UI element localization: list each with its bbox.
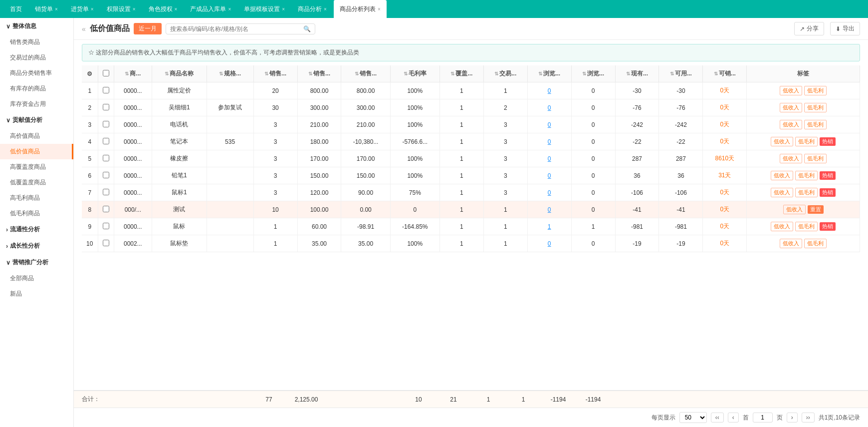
row-select-checkbox[interactable] (103, 138, 109, 144)
table-row: 40000...笔记本5353180.00-10,380...-5766.6..… (82, 133, 860, 150)
search-input[interactable] (170, 25, 301, 32)
last-page-button[interactable]: ›› (802, 413, 815, 423)
row-select-checkbox[interactable] (103, 104, 109, 110)
first-page-button[interactable]: ‹‹ (711, 413, 724, 423)
row-browse1[interactable]: 1 (527, 218, 571, 235)
checkbox-column-header[interactable] (98, 65, 114, 82)
row-browse1[interactable]: 0 (527, 150, 571, 167)
current-page-input[interactable] (753, 413, 773, 423)
row-select-checkbox[interactable] (103, 223, 109, 229)
row-sales-amt: 300.00 (297, 99, 341, 116)
close-icon[interactable]: × (324, 6, 327, 12)
sidebar-group-contribution[interactable]: ∨ 贡献值分析 (0, 112, 73, 128)
sidebar-item-high-margin[interactable]: 高毛利商品 (0, 190, 73, 206)
table-row: 20000...吴细细1参加复试30300.00300.00100%1200-7… (82, 99, 860, 116)
sidebar-item-sales-products[interactable]: 销售类商品 (0, 34, 73, 50)
transaction-column-header[interactable]: 交易... (483, 65, 527, 82)
row-select-checkbox[interactable] (103, 240, 109, 246)
export-button[interactable]: ⬇ 导出 (830, 22, 860, 35)
prev-page-button[interactable]: ‹ (728, 413, 739, 423)
sidebar-item-stock-capital[interactable]: 库存资金占用 (0, 96, 73, 112)
sidebar-collapse-button[interactable]: « (82, 25, 86, 33)
row-checkbox[interactable] (98, 201, 114, 218)
row-checkbox[interactable] (98, 133, 114, 150)
close-icon[interactable]: × (55, 6, 58, 12)
browse2-column-header[interactable]: 浏览... (571, 65, 615, 82)
row-browse1[interactable]: 0 (527, 167, 571, 184)
sidebar-group-marketing[interactable]: ∨ 营销推广分析 (0, 254, 73, 271)
sidebar-item-low-margin[interactable]: 低毛利商品 (0, 206, 73, 221)
sidebar-item-in-stock[interactable]: 有库存的商品 (0, 81, 73, 96)
nav-product-analysis-list[interactable]: 商品分析列表 × (334, 0, 387, 18)
row-checkbox[interactable] (98, 150, 114, 167)
page-size-select[interactable]: 50 100 (679, 412, 707, 423)
browse1-column-header[interactable]: 浏览... (527, 65, 571, 82)
close-icon[interactable]: × (133, 6, 136, 12)
row-select-checkbox[interactable] (103, 172, 109, 178)
spec-column-header[interactable]: 规格... (207, 65, 253, 82)
margin-rate-column-header[interactable]: 毛利率 (390, 65, 439, 82)
next-page-button[interactable]: › (787, 413, 798, 423)
nav-template[interactable]: 单据模板设置 × (238, 0, 291, 18)
code-column-header[interactable]: 商... (114, 65, 152, 82)
sidebar-item-all-products[interactable]: 全部商品 (0, 271, 73, 286)
row-browse1[interactable]: 0 (527, 235, 571, 252)
row-browse1[interactable]: 0 (527, 201, 571, 218)
sidebar-item-high-value[interactable]: 高价值商品 (0, 128, 73, 144)
available-column-header[interactable]: 可用... (659, 65, 703, 82)
nav-roles[interactable]: 角色授权 × (143, 0, 184, 18)
search-icon[interactable]: 🔍 (303, 25, 311, 32)
row-checkbox[interactable] (98, 218, 114, 235)
row-checkbox[interactable] (98, 99, 114, 116)
close-icon[interactable]: × (378, 6, 381, 12)
sellable-column-header[interactable]: 可销... (703, 65, 747, 82)
row-browse1[interactable]: 0 (527, 116, 571, 133)
nav-purchase[interactable]: 进货单 × (65, 0, 100, 18)
close-icon[interactable]: × (228, 6, 231, 12)
close-icon[interactable]: × (91, 6, 94, 12)
table-container[interactable]: ⚙ 商... 商品名称 规格... 销售... 销售... 销售... 毛利率 … (74, 65, 868, 390)
row-browse1[interactable]: 0 (527, 99, 571, 116)
select-all-checkbox[interactable] (103, 70, 109, 76)
share-button[interactable]: ↗ 分享 (794, 22, 824, 35)
close-icon[interactable]: × (282, 6, 285, 12)
sidebar-item-low-coverage[interactable]: 低覆盖度商品 (0, 175, 73, 190)
row-checkbox[interactable] (98, 167, 114, 184)
nav-product-analysis[interactable]: 商品分析 × (292, 0, 333, 18)
tag-label: 低毛利 (804, 154, 827, 163)
sidebar-group-growth[interactable]: › 成长性分析 (0, 238, 73, 254)
sidebar-item-high-coverage[interactable]: 高覆盖度商品 (0, 159, 73, 175)
sidebar-group-liquidity[interactable]: › 流通性分析 (0, 221, 73, 238)
row-select-checkbox[interactable] (103, 189, 109, 195)
row-checkbox[interactable] (98, 235, 114, 252)
filter-recent-month-button[interactable]: 近一月 (134, 23, 162, 34)
name-column-header[interactable]: 商品名称 (152, 65, 207, 82)
row-select-checkbox[interactable] (103, 155, 109, 161)
settings-column-header[interactable]: ⚙ (82, 65, 98, 82)
row-checkbox[interactable] (98, 184, 114, 201)
row-browse1[interactable]: 0 (527, 184, 571, 201)
nav-product-storage[interactable]: 产成品入库单 × (184, 0, 237, 18)
row-checkbox[interactable] (98, 116, 114, 133)
sidebar-item-low-value[interactable]: 低价值商品 (0, 144, 73, 159)
nav-home[interactable]: 首页 (4, 0, 28, 18)
nav-permissions[interactable]: 权限设置 × (101, 0, 142, 18)
row-select-checkbox[interactable] (103, 87, 109, 93)
row-select-checkbox[interactable] (103, 206, 109, 212)
close-icon[interactable]: × (175, 6, 178, 12)
current-column-header[interactable]: 现有... (615, 65, 659, 82)
row-browse1[interactable]: 0 (527, 82, 571, 99)
row-sales-amt: 60.00 (297, 218, 341, 235)
row-checkbox[interactable] (98, 82, 114, 99)
sidebar-item-new-products[interactable]: 新品 (0, 286, 73, 302)
row-select-checkbox[interactable] (103, 121, 109, 127)
row-browse1[interactable]: 0 (527, 133, 571, 150)
sidebar-item-traded-products[interactable]: 交易过的商品 (0, 50, 73, 65)
sales-qty-column-header[interactable]: 销售... (253, 65, 297, 82)
nav-sales[interactable]: 销货单 × (29, 0, 64, 18)
coverage-column-header[interactable]: 覆盖... (439, 65, 483, 82)
sidebar-group-overall[interactable]: ∨ 整体信息 (0, 18, 73, 34)
sidebar-item-category-sales-rate[interactable]: 商品分类销售率 (0, 65, 73, 81)
sales-amt-column-header[interactable]: 销售... (297, 65, 341, 82)
sales-avg-column-header[interactable]: 销售... (341, 65, 390, 82)
